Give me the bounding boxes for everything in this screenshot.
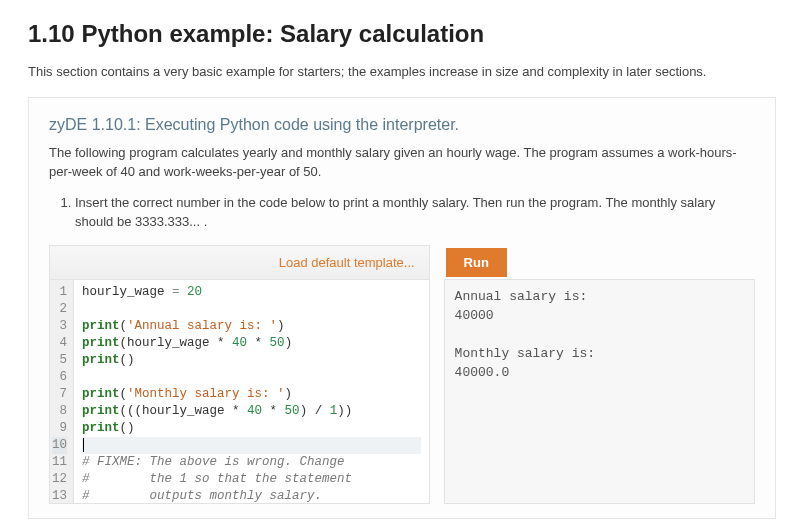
output-console: Annual salary is: 40000 Monthly salary i… bbox=[444, 279, 755, 504]
output-toolbar: Run bbox=[444, 245, 755, 279]
run-button[interactable]: Run bbox=[446, 248, 507, 277]
editor-panel: Load default template... 123456789101112… bbox=[49, 245, 430, 504]
step-item: Insert the correct number in the code be… bbox=[75, 194, 755, 232]
card-title: zyDE 1.10.1: Executing Python code using… bbox=[49, 116, 755, 134]
page-title: 1.10 Python example: Salary calculation bbox=[28, 20, 776, 48]
exercise-card: zyDE 1.10.1: Executing Python code using… bbox=[28, 97, 776, 519]
load-template-link[interactable]: Load default template... bbox=[279, 255, 415, 270]
intro-text: This section contains a very basic examp… bbox=[28, 64, 776, 79]
code-editor[interactable]: 123456789101112131415 hourly_wage = 20 p… bbox=[49, 279, 430, 504]
line-gutter: 123456789101112131415 bbox=[50, 280, 74, 503]
card-description: The following program calculates yearly … bbox=[49, 144, 755, 182]
editor-toolbar: Load default template... bbox=[49, 245, 430, 279]
step-list: Insert the correct number in the code be… bbox=[75, 194, 755, 232]
output-panel: Run Annual salary is: 40000 Monthly sala… bbox=[444, 245, 755, 504]
code-area[interactable]: hourly_wage = 20 print('Annual salary is… bbox=[74, 280, 429, 503]
